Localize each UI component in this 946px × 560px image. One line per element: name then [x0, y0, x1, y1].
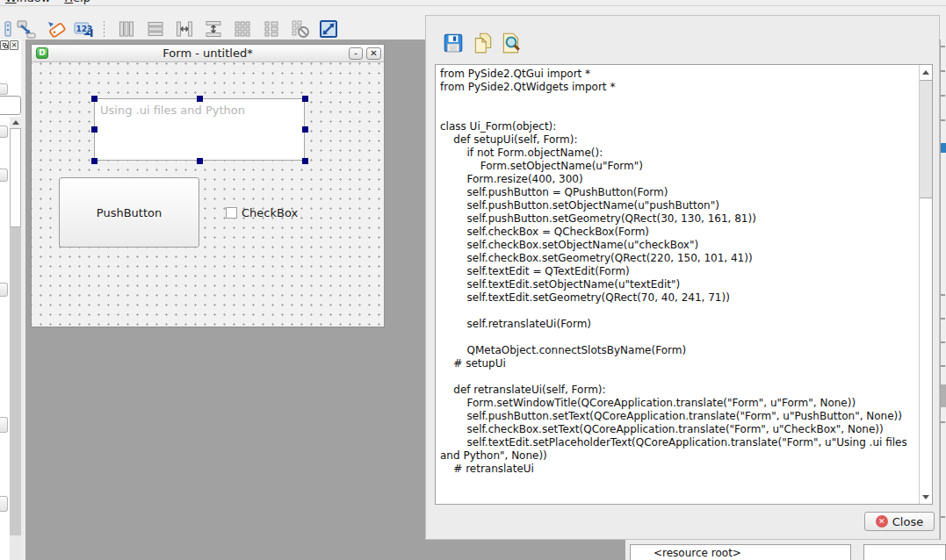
scroll-up-icon[interactable] — [920, 66, 932, 78]
widget-box-panel: ✕ — [0, 39, 21, 560]
dialog-close-button[interactable]: ✕ Close — [864, 512, 935, 531]
selection-handle[interactable] — [302, 158, 308, 164]
layout-form-icon[interactable] — [260, 18, 283, 40]
toolbar-separator — [103, 20, 105, 38]
selection-handle[interactable] — [91, 96, 97, 102]
textedit-widget[interactable]: Using .ui files and Python — [94, 98, 305, 161]
widget-box-search-input[interactable] — [0, 96, 21, 115]
break-layout-icon[interactable] — [289, 18, 312, 40]
checkbox-widget[interactable]: CheckBox — [226, 205, 298, 220]
widget-category-stub[interactable] — [0, 169, 8, 182]
widget-category-stub[interactable] — [0, 126, 8, 138]
edit-widgets-icon[interactable] — [0, 18, 15, 40]
widget-category-stub[interactable] — [0, 83, 8, 95]
pushbutton-widget[interactable]: PushButton — [59, 177, 199, 248]
widget-box-scrollbar[interactable] — [10, 117, 21, 560]
edit-signals-slots-icon[interactable] — [15, 18, 38, 40]
selection-handle[interactable] — [302, 126, 308, 133]
selection-handle[interactable] — [91, 158, 97, 164]
selection-handle[interactable] — [302, 96, 308, 102]
property-dock-edge — [941, 15, 946, 540]
adjust-size-icon[interactable] — [317, 18, 340, 40]
widget-box-float-icon[interactable] — [0, 40, 9, 50]
close-button-label: Close — [892, 515, 923, 528]
scrollbar-thumb[interactable] — [10, 128, 21, 227]
code-editor[interactable]: from PySide2.QtGui import *from PySide2.… — [435, 64, 933, 505]
form-window-title: Form - untitled* — [32, 47, 384, 60]
selection-handle[interactable] — [91, 126, 97, 133]
widget-category-stub[interactable] — [0, 283, 8, 297]
widget-category-stub[interactable] — [0, 496, 8, 512]
selected-row-edge — [941, 143, 946, 153]
resource-tree[interactable]: <resource root> — [630, 544, 851, 560]
scroll-down-icon[interactable] — [920, 491, 932, 503]
svg-text:123: 123 — [76, 25, 93, 33]
resource-root-item[interactable]: <resource root> — [631, 545, 850, 559]
menu-bar: Window Help — [0, 0, 946, 6]
widget-box-close-icon[interactable]: ✕ — [10, 40, 18, 50]
form-canvas[interactable]: Using .ui files and Python PushButton Ch… — [32, 62, 384, 327]
edit-tab-order-icon[interactable]: 123 — [72, 18, 95, 40]
main-toolbar: 123 — [0, 6, 946, 39]
checkbox-box[interactable] — [226, 207, 237, 219]
menu-help[interactable]: Help — [64, 0, 90, 4]
layout-vertical-icon[interactable] — [144, 18, 167, 40]
layout-horizontal-icon[interactable] — [115, 18, 138, 40]
layout-horizontal-splitter-icon[interactable] — [173, 18, 196, 40]
resource-browser-panel: <resource root> — [625, 540, 946, 560]
form-window-titlebar[interactable]: D Form - untitled* - ✕ — [32, 45, 384, 62]
dock-splitter[interactable] — [21, 39, 25, 560]
form-designer-window[interactable]: D Form - untitled* - ✕ Using .ui files a… — [31, 44, 385, 327]
selection-handle[interactable] — [197, 158, 203, 164]
minimize-button[interactable]: - — [349, 47, 363, 60]
checkbox-label: CheckBox — [242, 206, 298, 219]
close-x-icon: ✕ — [876, 515, 888, 528]
scrollbar-thumb[interactable] — [920, 80, 932, 198]
close-button[interactable]: ✕ — [366, 47, 381, 60]
edit-buddies-icon[interactable] — [45, 18, 68, 40]
resource-list[interactable] — [863, 544, 946, 560]
layout-grid-icon[interactable] — [231, 18, 254, 40]
code-view-dialog: from PySide2.QtGui import *from PySide2.… — [425, 15, 940, 540]
code-scrollbar[interactable] — [919, 65, 932, 504]
selection-handle[interactable] — [197, 96, 203, 102]
menu-window[interactable]: Window — [5, 0, 50, 4]
code-text[interactable]: from PySide2.QtGui import *from PySide2.… — [436, 65, 919, 504]
scroll-up-icon[interactable] — [10, 117, 21, 128]
layout-vertical-splitter-icon[interactable] — [202, 18, 225, 40]
widget-category-stub[interactable] — [0, 417, 8, 433]
